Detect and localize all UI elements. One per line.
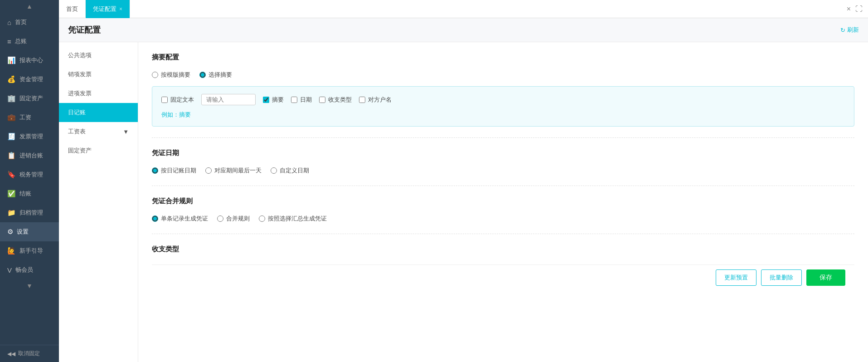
date-label: 日期 <box>300 96 312 104</box>
sidebar-item-settings[interactable]: ⚙ 设置 <box>0 222 59 241</box>
merge-rule[interactable]: 合并规则 <box>217 215 250 223</box>
summary-example: 例如：摘要 <box>161 111 845 119</box>
funds-icon: 💰 <box>7 75 16 83</box>
merge-single-radio[interactable] <box>152 215 158 222</box>
refresh-label: 刷新 <box>847 26 859 34</box>
date-last-day-radio[interactable] <box>205 167 212 174</box>
merge-single[interactable]: 单条记录生成凭证 <box>152 215 208 223</box>
summary-mode-group: 按模版摘要 选择摘要 <box>152 71 854 79</box>
left-nav-fixed-assets-label: 固定资产 <box>68 147 92 155</box>
sidebar-label-member: 畅会员 <box>15 266 33 274</box>
sidebar-label-purchase-sales: 进销台账 <box>19 152 43 160</box>
summary-mode-select-label: 选择摘要 <box>209 71 232 79</box>
fixed-text-checkbox-input[interactable] <box>161 97 168 103</box>
merge-single-label: 单条记录生成凭证 <box>161 215 208 223</box>
page-title: 凭证配置 <box>68 24 101 35</box>
divider-3 <box>152 234 854 234</box>
fixed-text-input[interactable] <box>201 94 256 105</box>
sidebar-item-ledger[interactable]: ≡ 总账 <box>0 32 59 51</box>
summary-mode-template[interactable]: 按模版摘要 <box>152 71 190 79</box>
income-type-checkbox-input[interactable] <box>319 97 325 103</box>
income-type-checkbox[interactable]: 收支类型 <box>319 96 352 104</box>
sidebar-label-settlement: 结账 <box>19 190 31 198</box>
save-button[interactable]: 保存 <box>806 269 845 286</box>
window-maximize-icon[interactable]: ⛶ <box>855 5 863 13</box>
sidebar-item-member[interactable]: V 畅会员 <box>0 260 59 279</box>
refresh-button[interactable]: ↻ 刷新 <box>840 26 859 34</box>
sidebar-label-fixed-assets: 固定资产 <box>19 94 43 103</box>
tab-home[interactable]: 首页 <box>59 0 86 18</box>
sidebar-label-invoice-mgmt: 发票管理 <box>19 132 43 141</box>
sidebar-item-reports[interactable]: 📊 报表中心 <box>0 51 59 70</box>
summary-config-title: 摘要配置 <box>152 53 854 62</box>
content-area: 公共选项 销项发票 进项发票 日记账 工资表 ▼ 固定资产 摘要配置 <box>59 42 868 362</box>
voucher-date-title: 凭证日期 <box>152 149 854 157</box>
sidebar-scroll-down[interactable]: ▼ <box>0 279 59 292</box>
tab-home-label: 首页 <box>66 5 78 13</box>
left-nav-public-label: 公共选项 <box>68 51 92 59</box>
date-custom[interactable]: 自定义日期 <box>271 166 309 175</box>
summary-mode-select[interactable]: 选择摘要 <box>199 71 232 79</box>
reports-icon: 📊 <box>7 56 16 64</box>
window-close-icon[interactable]: × <box>847 5 851 13</box>
date-checkbox-input[interactable] <box>291 97 297 103</box>
divider-1 <box>152 137 854 138</box>
sidebar-item-guide[interactable]: 🙋 新手引导 <box>0 241 59 260</box>
summary-mode-select-radio[interactable] <box>199 72 206 78</box>
counterpart-checkbox-input[interactable] <box>359 97 365 103</box>
sidebar-label-tax: 税务管理 <box>19 171 43 179</box>
sidebar-item-salary[interactable]: 💼 工资 <box>0 108 59 127</box>
zhaiyao-checkbox[interactable]: 摘要 <box>263 96 284 104</box>
sidebar-item-invoice-mgmt[interactable]: 🧾 发票管理 <box>0 127 59 146</box>
voucher-date-group: 按日记账日期 对应期间最后一天 自定义日期 <box>152 166 854 175</box>
sidebar-item-archive[interactable]: 📁 归档管理 <box>0 203 59 222</box>
date-journal[interactable]: 按日记账日期 <box>152 166 196 175</box>
date-journal-radio[interactable] <box>152 167 158 174</box>
left-nav-public[interactable]: 公共选项 <box>59 46 138 65</box>
merge-rule-radio[interactable] <box>217 215 223 222</box>
home-icon: ⌂ <box>7 19 11 26</box>
counterpart-checkbox[interactable]: 对方户名 <box>359 96 392 104</box>
settings-icon: ⚙ <box>7 228 13 236</box>
left-nav-fixed-assets[interactable]: 固定资产 <box>59 141 138 160</box>
member-icon: V <box>7 266 12 274</box>
update-preview-button[interactable]: 更新预置 <box>716 269 756 286</box>
fixed-text-checkbox[interactable]: 固定文本 <box>161 96 194 104</box>
sidebar-scroll-up[interactable]: ▲ <box>0 0 59 13</box>
sidebar-item-tax[interactable]: 🔖 税务管理 <box>0 165 59 184</box>
batch-delete-button[interactable]: 批量删除 <box>761 269 802 286</box>
sidebar-item-fixed-assets[interactable]: 🏢 固定资产 <box>0 89 59 108</box>
sidebar-item-purchase-sales[interactable]: 📋 进销台账 <box>0 146 59 165</box>
zhaiyao-label: 摘要 <box>272 96 284 104</box>
left-nav-purchase-invoice-label: 进项发票 <box>68 89 92 98</box>
date-custom-radio[interactable] <box>271 167 277 174</box>
left-nav-sales-invoice[interactable]: 销项发票 <box>59 65 138 84</box>
sidebar-label-ledger: 总账 <box>15 37 27 45</box>
merge-batch[interactable]: 按照选择汇总生成凭证 <box>259 215 327 223</box>
zhaiyao-checkbox-input[interactable] <box>263 97 269 103</box>
sidebar-label-home: 首页 <box>15 18 27 26</box>
sidebar-item-home[interactable]: ⌂ 首页 <box>0 13 59 32</box>
merge-batch-label: 按照选择汇总生成凭证 <box>268 215 327 223</box>
merge-rules-title: 凭证合并规则 <box>152 197 854 205</box>
page-header: 凭证配置 ↻ 刷新 <box>59 18 868 42</box>
refresh-icon: ↻ <box>840 27 845 34</box>
tab-close-icon[interactable]: × <box>119 6 122 12</box>
left-nav-sales-invoice-label: 销项发票 <box>68 70 92 78</box>
date-checkbox[interactable]: 日期 <box>291 96 312 104</box>
left-nav-journal[interactable]: 日记账 <box>59 103 138 122</box>
salary-icon: 💼 <box>7 113 16 122</box>
merge-batch-radio[interactable] <box>259 215 265 222</box>
sidebar-item-settlement[interactable]: ✅ 结账 <box>0 184 59 203</box>
tax-icon: 🔖 <box>7 171 16 179</box>
tab-voucher-config[interactable]: 凭证配置 × <box>86 0 130 18</box>
date-last-day[interactable]: 对应期间最后一天 <box>205 166 262 175</box>
sidebar-label-salary: 工资 <box>19 113 31 122</box>
summary-mode-template-label: 按模版摘要 <box>161 71 190 79</box>
left-nav-payroll-label: 工资表 <box>68 127 86 136</box>
sidebar-item-funds[interactable]: 💰 资金管理 <box>0 70 59 89</box>
left-nav-purchase-invoice[interactable]: 进项发票 <box>59 84 138 103</box>
cancel-fixed-button[interactable]: ◀◀ 取消固定 <box>0 345 59 362</box>
left-nav-payroll[interactable]: 工资表 ▼ <box>59 122 138 141</box>
summary-mode-template-radio[interactable] <box>152 72 158 78</box>
